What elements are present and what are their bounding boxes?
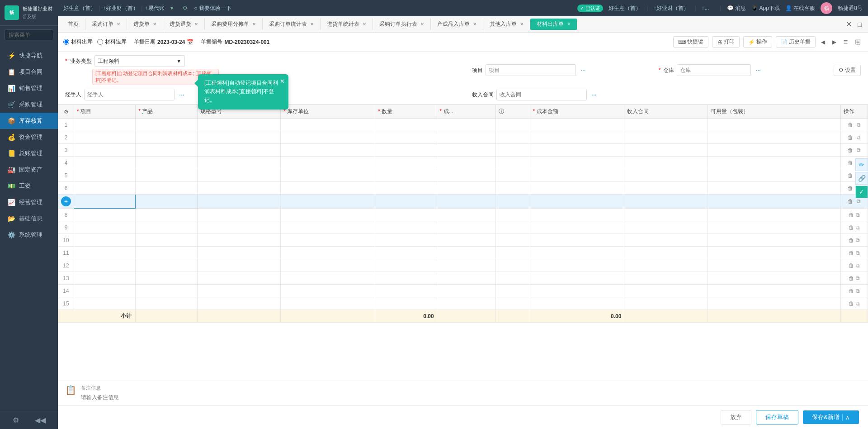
table-settings-icon[interactable]: ⚙: [58, 105, 74, 119]
cell-project[interactable]: [74, 144, 136, 157]
add-row-btn[interactable]: +: [61, 196, 71, 206]
cell-product[interactable]: [136, 169, 197, 182]
calendar-icon[interactable]: 📅: [187, 39, 193, 45]
copy-row-icon[interactable]: ⧉: [856, 224, 860, 231]
warehouse-dots-btn[interactable]: ···: [755, 67, 761, 74]
cell-unit[interactable]: [281, 144, 375, 157]
cell-available[interactable]: [708, 169, 841, 182]
save-draft-btn[interactable]: 保存草稿: [756, 410, 798, 424]
business-type-select[interactable]: 工程领料 ▼: [94, 55, 185, 67]
notes-input[interactable]: [81, 393, 861, 401]
topbar-link-home[interactable]: 好生意（首）: [63, 5, 96, 12]
tab-close-material-issue[interactable]: ✕: [567, 22, 571, 27]
cell-cost-amount[interactable]: [530, 169, 624, 182]
tab-product-receipt[interactable]: 产成品入库单✕: [431, 19, 483, 30]
active-cell-project[interactable]: [74, 195, 136, 209]
delete-row-icon[interactable]: 🗑: [848, 160, 853, 166]
copy-row-icon[interactable]: ⧉: [856, 262, 860, 269]
operation-btn[interactable]: ⚡ 操作: [743, 36, 772, 48]
settings-gear-icon[interactable]: ⚙: [183, 5, 188, 11]
delete-row-icon[interactable]: 🗑: [848, 198, 853, 205]
tab-close-other-receipt[interactable]: ✕: [520, 22, 524, 27]
print-btn[interactable]: 🖨 打印: [712, 36, 740, 48]
cell-cost[interactable]: [437, 119, 495, 131]
active-cell-cost[interactable]: [437, 195, 495, 209]
tooltip-close-btn[interactable]: ✕: [280, 77, 285, 86]
tab-goods-receipt[interactable]: 进货单✕: [127, 19, 163, 30]
delete-row-icon[interactable]: 🗑: [849, 212, 854, 218]
active-cell-spec[interactable]: [197, 195, 281, 209]
cell-cost-amount[interactable]: [530, 119, 624, 131]
tab-close-product-receipt[interactable]: ✕: [473, 22, 476, 27]
cell-cost[interactable]: [437, 131, 495, 144]
cell-unit[interactable]: [281, 169, 375, 182]
cell-available[interactable]: [708, 182, 841, 195]
delete-row-icon[interactable]: 🗑: [848, 122, 853, 128]
delete-row-icon[interactable]: 🗑: [849, 288, 854, 294]
cell-spec[interactable]: [197, 182, 281, 195]
copy-row-icon[interactable]: ⧉: [856, 300, 860, 307]
cell-spec[interactable]: [197, 131, 281, 144]
sidebar-item-basic[interactable]: 📂 基础信息: [0, 210, 58, 227]
user-avatar[interactable]: 畅: [821, 2, 832, 14]
tab-close-purchase-stats[interactable]: ✕: [310, 22, 314, 27]
delete-row-icon[interactable]: 🗑: [849, 275, 854, 281]
tab-purchase-exec[interactable]: 采购订单执行表✕: [373, 19, 431, 30]
cell-spec[interactable]: [197, 169, 281, 182]
tab-goods-return[interactable]: 进货退货✕: [163, 19, 205, 30]
cell-available[interactable]: [708, 131, 841, 144]
tab-close-goods-return[interactable]: ✕: [194, 22, 198, 27]
topbar-dropdown-arrow[interactable]: ▼: [169, 5, 175, 11]
right-icon-edit[interactable]: ✏: [855, 158, 868, 171]
history-btn[interactable]: 📄 历史单据: [776, 36, 816, 48]
tab-purchase-stats[interactable]: 采购订单统计表✕: [263, 19, 321, 30]
cert-badge[interactable]: ✓ 已认证: [577, 5, 603, 12]
warehouse-input[interactable]: [677, 64, 751, 76]
active-cell-unit[interactable]: [281, 195, 375, 209]
handler-input[interactable]: [84, 89, 175, 100]
cell-cost-amount[interactable]: [530, 144, 624, 157]
income-contract-dots-btn[interactable]: ···: [591, 91, 597, 98]
cell-available[interactable]: [708, 119, 841, 131]
settings-icon[interactable]: ⚙: [13, 416, 19, 424]
right-icon-link[interactable]: 🔗: [855, 172, 868, 185]
topbar-link-agency[interactable]: +易代账: [145, 5, 165, 12]
cell-available[interactable]: [708, 157, 841, 169]
cell-cost[interactable]: [437, 144, 495, 157]
cell-qty[interactable]: [375, 131, 437, 144]
cell-product[interactable]: [136, 119, 197, 131]
tab-close-goods-receipt[interactable]: ✕: [153, 22, 156, 27]
sidebar-item-inventory[interactable]: 📦 库存核算: [0, 113, 58, 129]
search-input[interactable]: [5, 29, 53, 40]
cell-qty[interactable]: [375, 169, 437, 182]
save-new-btn[interactable]: 保存&新增 ∧: [803, 410, 859, 424]
copy-row-icon[interactable]: ⧉: [856, 275, 860, 281]
tab-other-receipt[interactable]: 其他入库单✕: [483, 19, 530, 30]
active-cell-product[interactable]: [136, 195, 197, 209]
cell-unit[interactable]: [281, 119, 375, 131]
tab-close-goods-stats[interactable]: ✕: [363, 22, 366, 27]
app-download-link[interactable]: 📱 App下载: [751, 5, 780, 12]
cell-cost-amount[interactable]: [530, 157, 624, 169]
delete-row-icon[interactable]: 🗑: [849, 300, 854, 307]
tab-material-issue[interactable]: 材料出库单✕: [530, 19, 577, 30]
cell-cost[interactable]: [437, 169, 495, 182]
cell-spec[interactable]: [197, 144, 281, 157]
cell-income-contract[interactable]: [624, 119, 708, 131]
col-header-cost-info[interactable]: ⓘ: [495, 105, 530, 119]
handler-dots-btn[interactable]: ···: [179, 91, 184, 98]
copy-row-icon[interactable]: ⧉: [856, 212, 860, 218]
collapse-icon[interactable]: ◀◀: [35, 416, 46, 424]
copy-row-icon[interactable]: ⧉: [857, 134, 861, 141]
copy-row-icon[interactable]: ⧉: [856, 288, 860, 294]
cell-project[interactable]: [74, 119, 136, 131]
delete-row-icon[interactable]: 🗑: [848, 147, 853, 153]
settings-btn[interactable]: ⚙ 设置: [834, 65, 861, 76]
delete-row-icon[interactable]: 🗑: [848, 134, 853, 141]
copy-row-icon[interactable]: ⧉: [856, 250, 860, 256]
service-link[interactable]: 👤 在线客服: [785, 5, 815, 12]
topbar-right-link1[interactable]: 好生意（首）: [609, 5, 641, 12]
tab-home[interactable]: 首页: [61, 19, 85, 30]
cell-unit[interactable]: [281, 182, 375, 195]
cell-product[interactable]: [136, 157, 197, 169]
